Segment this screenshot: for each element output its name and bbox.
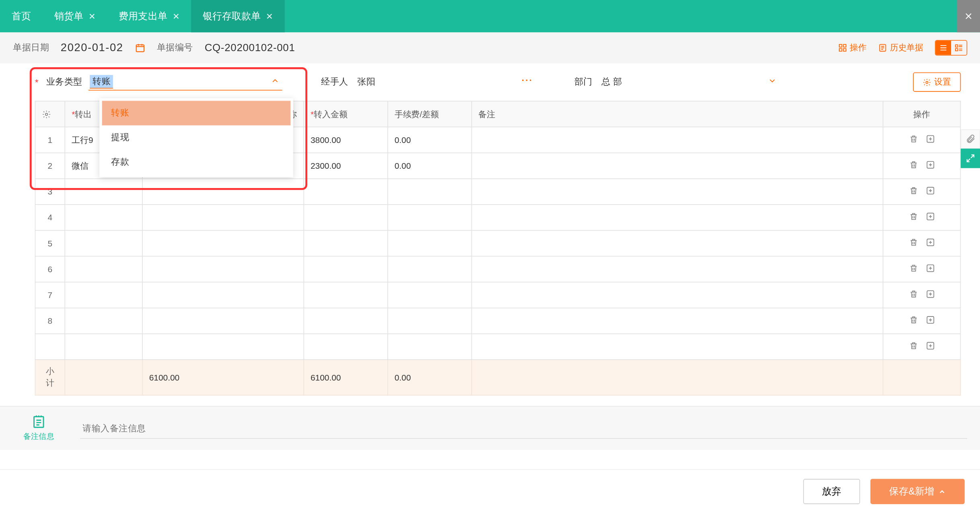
cell-fee[interactable] — [388, 230, 472, 256]
cell-hidden[interactable] — [142, 179, 304, 205]
cell-in-amount[interactable] — [304, 230, 388, 256]
cell-remark[interactable] — [471, 334, 883, 360]
table-row[interactable]: 3 — [35, 179, 960, 205]
add-row-icon[interactable] — [926, 264, 935, 273]
cell-remark[interactable] — [471, 127, 883, 153]
cell-hidden[interactable] — [142, 230, 304, 256]
table-settings-header[interactable] — [35, 101, 65, 127]
cell-remark[interactable] — [471, 153, 883, 179]
delete-row-icon[interactable] — [909, 186, 918, 195]
subtotal-label: 小计 — [35, 360, 65, 395]
table-row[interactable]: 8 — [35, 308, 960, 334]
cell-hidden[interactable] — [142, 308, 304, 334]
attachment-button[interactable] — [961, 129, 980, 149]
fullscreen-button[interactable] — [961, 149, 980, 168]
delete-row-icon[interactable] — [909, 238, 918, 247]
date-value[interactable]: 2020-01-02 — [61, 41, 124, 54]
table-row[interactable]: 6 — [35, 256, 960, 282]
add-row-icon[interactable] — [926, 315, 935, 324]
cell-in-amount[interactable] — [304, 282, 388, 308]
cell-in-amount[interactable]: 3800.00 — [304, 127, 388, 153]
cell-remark[interactable] — [471, 179, 883, 205]
table-row[interactable]: 7 — [35, 282, 960, 308]
cell-remark[interactable] — [471, 282, 883, 308]
delete-row-icon[interactable] — [909, 134, 918, 143]
remark-input[interactable] — [80, 418, 967, 439]
svg-point-8 — [926, 81, 928, 83]
cell-in-amount[interactable] — [304, 179, 388, 205]
add-row-icon[interactable] — [926, 134, 935, 143]
tab-bank-transfer[interactable]: 银行存取款单✕ — [191, 0, 285, 32]
cell-fee[interactable] — [388, 308, 472, 334]
tab-expense[interactable]: 费用支出单✕ — [107, 0, 191, 32]
cell-out-account[interactable] — [65, 179, 142, 205]
cell-out-account[interactable] — [65, 308, 142, 334]
cell-in-amount[interactable] — [304, 308, 388, 334]
save-and-add-button[interactable]: 保存&新增 — [871, 479, 965, 504]
delete-row-icon[interactable] — [909, 212, 918, 221]
cell-remark[interactable] — [471, 230, 883, 256]
close-icon[interactable]: ✕ — [173, 11, 180, 21]
add-row-icon[interactable] — [926, 160, 935, 169]
delete-row-icon[interactable] — [909, 264, 918, 273]
col-in-amount: *转入金额 — [304, 101, 388, 127]
settings-button[interactable]: 设置 — [913, 72, 961, 92]
cell-fee[interactable] — [388, 282, 472, 308]
cell-fee[interactable] — [388, 256, 472, 282]
cell-actions — [883, 230, 961, 256]
calendar-icon[interactable] — [135, 43, 145, 53]
cell-in-amount[interactable] — [304, 256, 388, 282]
discard-button[interactable]: 放弃 — [803, 479, 860, 504]
dropdown-option-withdraw[interactable]: 提现 — [102, 125, 291, 150]
add-row-icon[interactable] — [926, 186, 935, 195]
delete-row-icon[interactable] — [909, 160, 918, 169]
ops-button[interactable]: 操作 — [838, 42, 867, 54]
svg-rect-6 — [955, 45, 958, 47]
tab-home[interactable]: 首页 — [0, 0, 43, 32]
cell-fee[interactable] — [388, 334, 472, 360]
cell-fee[interactable]: 0.00 — [388, 127, 472, 153]
add-row-icon[interactable] — [926, 341, 935, 350]
cell-fee[interactable]: 0.00 — [388, 153, 472, 179]
close-panel-button[interactable] — [957, 0, 980, 32]
add-row-icon[interactable] — [926, 212, 935, 221]
cell-in-amount[interactable]: 2300.00 — [304, 153, 388, 179]
table-row[interactable]: 5 — [35, 230, 960, 256]
delete-row-icon[interactable] — [909, 341, 918, 350]
cell-hidden[interactable] — [142, 334, 304, 360]
history-button[interactable]: 历史单据 — [878, 42, 923, 54]
view-list-button[interactable] — [936, 41, 951, 55]
cell-remark[interactable] — [471, 256, 883, 282]
close-icon[interactable]: ✕ — [89, 11, 96, 21]
add-row-icon[interactable] — [926, 238, 935, 247]
cell-fee[interactable] — [388, 179, 472, 205]
cell-out-account[interactable] — [65, 334, 142, 360]
svg-rect-2 — [843, 44, 846, 47]
cell-hidden[interactable] — [142, 256, 304, 282]
cell-remark[interactable] — [471, 205, 883, 230]
dept-select[interactable]: 总 部 — [599, 73, 780, 91]
cell-fee[interactable] — [388, 205, 472, 230]
cell-out-account[interactable] — [65, 256, 142, 282]
handler-select[interactable]: 张阳 ··· — [355, 73, 535, 91]
biztype-select[interactable]: 转账 — [89, 74, 282, 91]
cell-in-amount[interactable] — [304, 334, 388, 360]
close-icon[interactable]: ✕ — [266, 11, 273, 21]
delete-row-icon[interactable] — [909, 290, 918, 298]
cell-out-account[interactable] — [65, 205, 142, 230]
cell-out-account[interactable] — [65, 230, 142, 256]
cell-hidden[interactable] — [142, 205, 304, 230]
tab-sales-order[interactable]: 销货单✕ — [43, 0, 107, 32]
cell-in-amount[interactable] — [304, 205, 388, 230]
delete-row-icon[interactable] — [909, 315, 918, 324]
view-detail-button[interactable] — [951, 41, 967, 55]
dropdown-option-transfer[interactable]: 转账 — [102, 101, 291, 125]
add-row-icon[interactable] — [926, 290, 935, 298]
cell-hidden[interactable] — [142, 282, 304, 308]
cell-out-account[interactable] — [65, 282, 142, 308]
cell-actions — [883, 282, 961, 308]
cell-remark[interactable] — [471, 308, 883, 334]
table-row[interactable] — [35, 334, 960, 360]
dropdown-option-deposit[interactable]: 存款 — [102, 150, 291, 174]
table-row[interactable]: 4 — [35, 205, 960, 230]
